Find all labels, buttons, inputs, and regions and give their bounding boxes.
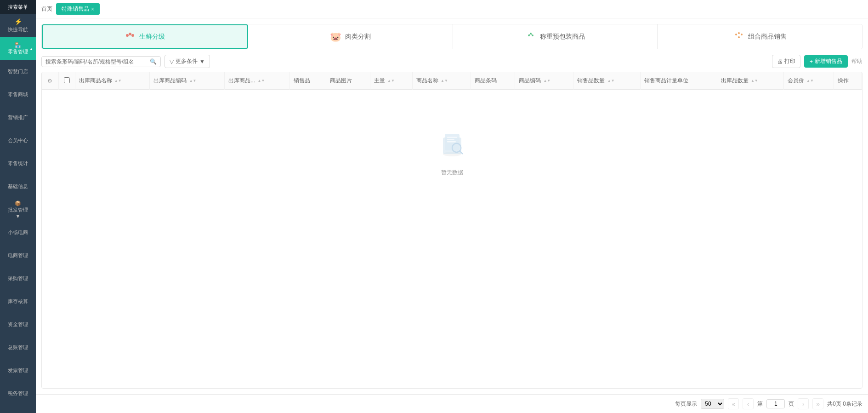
col-product-code[interactable]: 商品编码 ▲▼ — [515, 72, 573, 90]
col-sales-qty-label: 销售品数量 — [577, 77, 605, 84]
select-all-checkbox[interactable] — [64, 77, 70, 83]
tab-combo[interactable]: 组合商品销售 — [658, 24, 862, 49]
category-tabs: 生鲜分级 🐷 肉类分割 称重预包装商品 — [41, 24, 862, 49]
sort-icon-main-weight: ▲▼ — [387, 79, 395, 83]
sidebar-item-invoice-mgmt[interactable]: 发票管理 — [0, 359, 36, 382]
col-member-price[interactable]: 会员价 ▲▼ — [783, 72, 834, 90]
search-input[interactable] — [45, 58, 150, 65]
col-product-image: 商品图片 — [326, 72, 370, 90]
sidebar-item-smart-store[interactable]: 智慧门店 — [0, 60, 36, 83]
col-main-weight[interactable]: 主量 ▲▼ — [370, 72, 412, 90]
first-page-btn[interactable]: « — [728, 398, 739, 409]
prev-page-btn[interactable]: ‹ — [743, 398, 754, 409]
meat-icon: 🐷 — [330, 31, 341, 42]
col-sales-unit: 销售商品计量单位 — [640, 72, 717, 90]
add-icon: + — [810, 58, 813, 65]
tab-weight[interactable]: 称重预包装商品 — [453, 24, 658, 49]
empty-state: 暂无数据 — [42, 90, 862, 213]
sidebar-label-finance: 资金管理 — [8, 321, 28, 328]
sidebar-label-tax-mgmt: 税务管理 — [8, 390, 28, 397]
column-settings-icon: ⚙ — [47, 78, 52, 84]
tab-close-btn[interactable]: × — [91, 6, 94, 12]
col-out-product-code[interactable]: 出库商品编码 ▲▼ — [150, 72, 225, 90]
sidebar-label-purchase-mgmt: 采购管理 — [8, 275, 28, 282]
sidebar-item-purchase-mgmt[interactable]: 采购管理 — [0, 267, 36, 290]
filter-label: 更多条件 — [176, 57, 198, 65]
tab-fresh[interactable]: 生鲜分级 — [42, 24, 248, 49]
sidebar-item-member-center[interactable]: 会员中心 — [0, 129, 36, 152]
empty-icon — [434, 126, 471, 163]
tab-fresh-label: 生鲜分级 — [139, 33, 165, 41]
sidebar-item-general-ledger[interactable]: 总账管理 — [0, 336, 36, 359]
sidebar-item-fixed-assets[interactable]: 固定资产 — [0, 405, 36, 413]
page-input[interactable] — [766, 399, 785, 408]
search-menu-btn[interactable]: 搜索菜单 — [8, 4, 28, 11]
per-page-select[interactable]: 50 10 20 100 — [701, 399, 724, 409]
page-content: 生鲜分级 🐷 肉类分割 称重预包装商品 — [36, 18, 868, 394]
svg-point-9 — [738, 32, 740, 34]
pagination: 每页显示 50 10 20 100 « ‹ 第 页 › » 共0页 0条记录 — [36, 394, 868, 413]
sidebar-item-retail-mgmt[interactable]: 🏪 零售管理 — [0, 37, 36, 60]
sidebar-item-ecom-mgmt[interactable]: 电商管理 — [0, 244, 36, 267]
help-button[interactable]: 帮助 — [851, 57, 862, 65]
toolbar-left: 🔍 ▽ 更多条件 ▼ — [41, 55, 210, 68]
sidebar-label-basic-info: 基础信息 — [8, 183, 28, 190]
sidebar-item-sales-promo[interactable]: 营销推广 — [0, 106, 36, 129]
active-tab-label: 特殊销售品 — [62, 5, 89, 13]
col-member-price-label: 会员价 — [788, 77, 804, 84]
col-out-product-name[interactable]: 出库商品名称 ▲▼ — [75, 72, 150, 90]
table-header-row: ⚙ 出库商品名称 ▲▼ 出库商品编码 ▲▼ — [42, 72, 862, 90]
sort-icon-product-name: ▲▼ — [441, 79, 448, 83]
home-tab[interactable]: 首页 — [41, 5, 52, 13]
tab-meat[interactable]: 🐷 肉类分割 — [248, 24, 453, 49]
sidebar-item-retail-stats[interactable]: 零售统计 — [0, 152, 36, 175]
sort-icon-product-code: ▲▼ — [543, 79, 550, 83]
active-tab[interactable]: 特殊销售品 × — [56, 3, 100, 15]
sidebar-label-member-center: 会员中心 — [8, 137, 28, 144]
col-main-weight-label: 主量 — [374, 77, 385, 84]
col-checkbox[interactable] — [58, 72, 75, 90]
col-out-product-x[interactable]: 出库商品... ▲▼ — [225, 72, 290, 90]
svg-point-10 — [741, 34, 743, 35]
sort-icon-out-product-name: ▲▼ — [114, 79, 122, 83]
next-page-btn[interactable]: › — [798, 398, 809, 409]
sidebar-item-finance[interactable]: 资金管理 — [0, 313, 36, 336]
combo-icon — [733, 31, 744, 42]
main-content: 首页 特殊销售品 × 生鲜分级 🐷 肉类分 — [36, 0, 868, 413]
sidebar-label-quick-nav: 快捷导航 — [8, 26, 28, 33]
search-box[interactable]: 🔍 — [41, 56, 161, 67]
col-settings[interactable]: ⚙ — [42, 72, 58, 90]
print-button[interactable]: 🖨 打印 — [772, 55, 800, 68]
data-table: ⚙ 出库商品名称 ▲▼ 出库商品编码 ▲▼ — [42, 72, 862, 90]
sidebar-item-retail-mall[interactable]: 零售商城 — [0, 83, 36, 106]
sidebar-item-wholesale-mgmt[interactable]: 📦 批发管理 — [0, 198, 36, 221]
tab-weight-label: 称重预包装商品 — [540, 33, 585, 41]
add-label: 新增销售品 — [815, 57, 842, 65]
sidebar-item-mini-ecom[interactable]: 小畅电商 — [0, 221, 36, 244]
wholesale-mgmt-icon: 📦 — [15, 201, 21, 206]
last-page-btn[interactable]: » — [812, 398, 823, 409]
page-label: 第 — [757, 400, 763, 408]
sort-icon-out-qty: ▲▼ — [751, 79, 758, 83]
add-sales-product-button[interactable]: + 新增销售品 — [804, 55, 848, 68]
sidebar-label-wholesale-mgmt: 批发管理 — [8, 206, 28, 213]
col-out-qty[interactable]: 出库品数量 ▲▼ — [717, 72, 783, 90]
topbar: 首页 特殊销售品 × — [36, 0, 868, 18]
col-sales-product-label: 销售品 — [294, 77, 310, 84]
sort-icon-sales-qty: ▲▼ — [607, 79, 615, 83]
sidebar-item-inventory[interactable]: 库存核算 — [0, 290, 36, 313]
filter-button[interactable]: ▽ 更多条件 ▼ — [165, 55, 210, 68]
col-product-image-label: 商品图片 — [330, 77, 352, 84]
total-label: 共0页 0条记录 — [827, 400, 862, 408]
sidebar-label-inventory: 库存核算 — [8, 298, 28, 305]
sidebar-item-basic-info[interactable]: 基础信息 — [0, 175, 36, 198]
svg-point-1 — [129, 33, 131, 35]
sidebar-item-quick-nav[interactable]: ⚡ 快捷导航 — [0, 14, 36, 37]
search-icon[interactable]: 🔍 — [150, 58, 157, 65]
sidebar-label-general-ledger: 总账管理 — [8, 344, 28, 351]
col-sales-qty[interactable]: 销售品数量 ▲▼ — [573, 72, 640, 90]
sidebar-item-tax-mgmt[interactable]: 税务管理 — [0, 382, 36, 405]
col-product-name[interactable]: 商品名称 ▲▼ — [412, 72, 471, 90]
quick-nav-icon: ⚡ — [14, 18, 22, 25]
filter-icon: ▽ — [170, 58, 174, 65]
